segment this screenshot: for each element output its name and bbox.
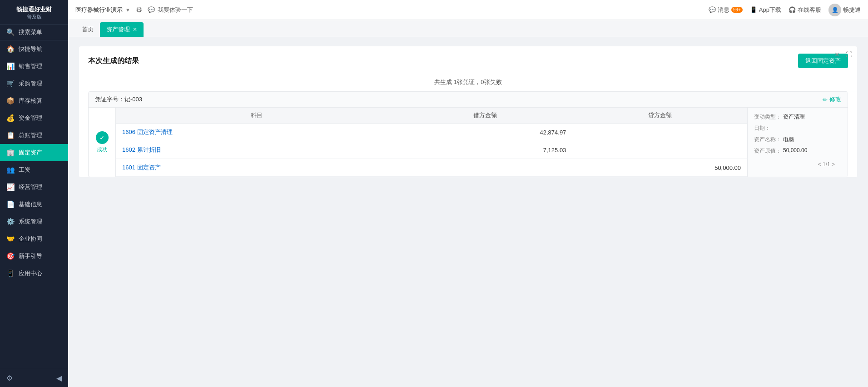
sidebar-logo: 畅捷通好业财 普及版 (0, 0, 68, 25)
sidebar-item-label: 总账管理 (19, 131, 42, 139)
purchase-icon: 🛒 (6, 79, 15, 88)
original-value-value: 50,000.00 (783, 147, 807, 155)
table-row: 1606 固定资产清理 42,874.97 (116, 124, 747, 141)
sidebar-item-salary[interactable]: 👥 工资 (0, 161, 68, 179)
nav-tabs: 首页 资产管理 ✕ (68, 20, 868, 37)
inventory-icon: 📦 (6, 97, 15, 105)
settings-footer-icon[interactable]: ⚙ (6, 374, 13, 382)
main-area: 医疗器械行业演示 ▼ ⚙ 💬 我要体验一下 💬 消息 99+ 📱 App下载 🎧… (68, 0, 868, 387)
app-edition: 普及版 (27, 14, 42, 20)
sidebar-item-label: 资金管理 (19, 114, 42, 122)
avatar: 👤 (828, 4, 841, 16)
sidebar-item-enterprise[interactable]: 🤝 企业协同 (0, 230, 68, 248)
sidebar-item-label: 基础信息 (19, 200, 42, 208)
row2-account: 1602 累计折旧 (116, 141, 398, 159)
float-actions: ✕ ⛶ (829, 46, 857, 63)
sidebar-item-label: 销售管理 (19, 62, 42, 70)
success-indicator: ✓ 成功 (89, 108, 116, 177)
edit-button[interactable]: ✏ 修改 (823, 95, 841, 104)
expand-panel-button[interactable]: ⛶ (843, 49, 854, 60)
side-original-value: 资产原值： 50,000.00 (754, 147, 841, 155)
asset-name-label: 资产名称： (754, 136, 781, 144)
home-icon: 🏠 (6, 45, 15, 53)
sidebar-item-operations[interactable]: 📈 经营管理 (0, 179, 68, 196)
experience-button[interactable]: 💬 我要体验一下 (148, 6, 193, 14)
success-check-icon: ✓ (96, 131, 109, 144)
sidebar-item-capital[interactable]: 💰 资金管理 (0, 109, 68, 127)
fixed-assets-icon: 🏢 (6, 149, 15, 157)
sidebar: 畅捷通好业财 普及版 🔍 搜索菜单 🏠 快捷导航 📊 销售管理 🛒 采购管理 📦… (0, 0, 68, 387)
sidebar-item-label: 经营管理 (19, 183, 42, 191)
sidebar-item-fixed-assets[interactable]: 🏢 固定资产 (0, 144, 68, 161)
sidebar-item-app-center[interactable]: 📱 应用中心 (0, 265, 68, 282)
app-download-button[interactable]: 📱 App下载 (750, 6, 781, 14)
sidebar-nav: 🔍 搜索菜单 🏠 快捷导航 📊 销售管理 🛒 采购管理 📦 库存核算 💰 资金管… (0, 25, 68, 369)
user-menu[interactable]: 👤 畅捷通 (828, 4, 861, 16)
username: 畅捷通 (843, 6, 861, 14)
row1-credit (572, 124, 747, 141)
sidebar-item-label: 采购管理 (19, 79, 42, 88)
voucher-header: 凭证字号：记-003 ✏ 修改 (89, 92, 848, 108)
side-change-type: 变动类型： 资产清理 (754, 113, 841, 121)
sidebar-footer: ⚙ ◀ (0, 369, 68, 387)
service-label: 在线客服 (798, 6, 821, 14)
message-label: 消息 (718, 6, 729, 14)
change-type-label: 变动类型： (754, 113, 781, 121)
sidebar-search[interactable]: 🔍 搜索菜单 (0, 25, 68, 40)
change-type-value: 资产清理 (783, 113, 805, 121)
ledger-icon: 📋 (6, 131, 15, 139)
sidebar-item-label: 工资 (19, 166, 30, 174)
row2-credit (572, 141, 747, 159)
result-summary: 共生成 1张凭证，0张失败 (79, 74, 857, 91)
sidebar-item-ledger[interactable]: 📋 总账管理 (0, 127, 68, 144)
result-header: 本次生成的结果 返回固定资产 (79, 46, 857, 74)
sidebar-item-label: 快捷导航 (19, 45, 42, 53)
guide-icon: 🎯 (6, 252, 15, 260)
topbar-settings-button[interactable]: ⚙ (136, 5, 142, 14)
salary-icon: 👥 (6, 166, 15, 174)
tab-asset-manage[interactable]: 资产管理 ✕ (100, 22, 144, 37)
experience-icon: 💬 (148, 6, 155, 13)
voucher-pagination[interactable]: < 1/1 > (754, 159, 841, 170)
message-button[interactable]: 💬 消息 99+ (709, 6, 743, 14)
tab-home-label: 首页 (82, 25, 94, 34)
sidebar-item-purchase[interactable]: 🛒 采购管理 (0, 75, 68, 92)
sidebar-item-sales[interactable]: 📊 销售管理 (0, 58, 68, 75)
tab-asset-manage-label: 资产管理 (106, 25, 130, 34)
edit-label: 修改 (829, 95, 841, 104)
service-button[interactable]: 🎧 在线客服 (789, 6, 821, 14)
tab-home[interactable]: 首页 (75, 22, 100, 37)
company-selector[interactable]: 医疗器械行业演示 ▼ (75, 6, 130, 14)
sidebar-item-system[interactable]: ⚙️ 系统管理 (0, 213, 68, 230)
row3-credit: 50,000.00 (572, 159, 747, 177)
result-panel: 本次生成的结果 返回固定资产 ✕ ⛶ 共生成 1张凭证，0张失败 凭证字号：记-… (79, 46, 857, 177)
sidebar-item-quick-nav[interactable]: 🏠 快捷导航 (0, 40, 68, 58)
row1-debit: 42,874.97 (398, 124, 573, 141)
sidebar-item-label: 新手引导 (19, 252, 42, 260)
sidebar-item-basic-info[interactable]: 📄 基础信息 (0, 196, 68, 213)
topbar: 医疗器械行业演示 ▼ ⚙ 💬 我要体验一下 💬 消息 99+ 📱 App下载 🎧… (68, 0, 868, 20)
row3-account: 1601 固定资产 (116, 159, 398, 177)
page-title: 本次生成的结果 (88, 56, 139, 66)
sidebar-item-label: 应用中心 (19, 269, 42, 278)
operations-icon: 📈 (6, 183, 15, 191)
side-date: 日期： (754, 124, 841, 132)
sidebar-item-inventory[interactable]: 📦 库存核算 (0, 92, 68, 109)
original-value-label: 资产原值： (754, 147, 781, 155)
voucher-table: 科目 借方金额 贷方金额 1606 固定资产清理 42,874.97 (116, 108, 748, 177)
asset-name-value: 电脑 (783, 136, 794, 144)
tab-close-icon[interactable]: ✕ (133, 26, 137, 33)
basic-info-icon: 📄 (6, 200, 15, 208)
col-account: 科目 (116, 108, 398, 124)
date-label: 日期： (754, 124, 779, 132)
company-dropdown-arrow: ▼ (125, 7, 130, 13)
table-row: 1601 固定资产 50,000.00 (116, 159, 747, 177)
sidebar-item-label: 固定资产 (19, 149, 42, 157)
sidebar-item-guide[interactable]: 🎯 新手引导 (0, 248, 68, 265)
close-panel-button[interactable]: ✕ (832, 49, 843, 60)
topbar-left: 医疗器械行业演示 ▼ ⚙ 💬 我要体验一下 (75, 5, 193, 14)
table-row: 1602 累计折旧 7,125.03 (116, 141, 747, 159)
collapse-icon[interactable]: ◀ (56, 374, 62, 382)
edit-icon: ✏ (823, 96, 828, 103)
success-text: 成功 (97, 146, 108, 154)
